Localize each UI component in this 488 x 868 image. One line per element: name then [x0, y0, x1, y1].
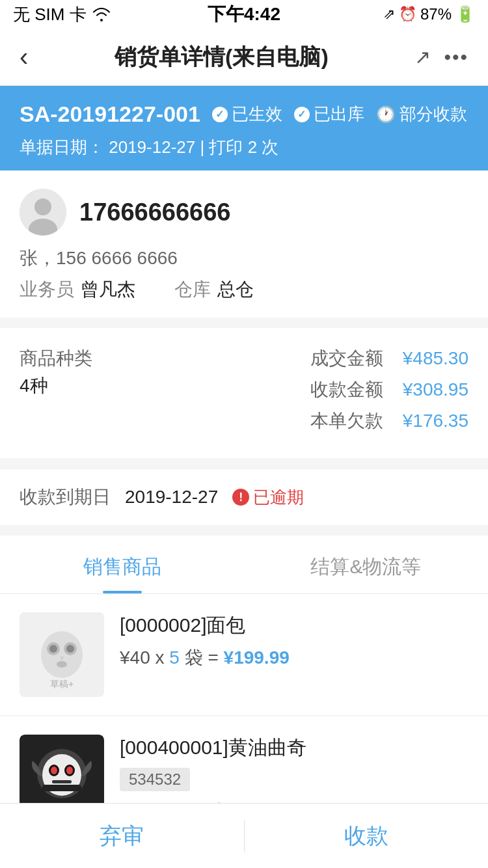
warehouse-item: 仓库 总仓	[174, 277, 254, 302]
alarm-icon: ⏰	[399, 6, 416, 23]
order-date-row: 单据日期： 2019-12-27 | 打印 2 次	[20, 136, 468, 159]
product-placeholder-icon: 草稿+	[20, 612, 104, 697]
tab-products[interactable]: 销售商品	[0, 536, 244, 593]
product-name-2: [000400001]黄油曲奇	[120, 735, 468, 761]
received-row: 收款金额 ¥308.95	[310, 377, 468, 402]
svg-text:草稿+: 草稿+	[50, 679, 74, 689]
customer-top: 17666666666	[20, 189, 468, 236]
back-button[interactable]: ‹	[20, 42, 28, 72]
status-effective: ✓ 已生效	[212, 103, 282, 126]
status-label-1: 已生效	[232, 103, 282, 126]
tab-section: 销售商品 结算&物流等	[0, 536, 488, 594]
deal-amount-value: ¥485.30	[403, 348, 468, 369]
summary-left: 商品种类 4种	[20, 346, 92, 398]
customer-contact: 张，156 6666 6666	[20, 246, 468, 271]
print-separator: | 打印	[200, 137, 247, 157]
summary-section: 商品种类 4种 成交金额 ¥485.30 收款金额 ¥308.95 本单欠款 ¥…	[0, 328, 488, 458]
types-label: 商品种类	[20, 346, 92, 371]
svg-rect-20	[42, 785, 81, 791]
battery-icon: 🔋	[455, 5, 475, 23]
status-partial: 🕐 部分收款	[376, 103, 467, 126]
due-label: 收款到期日	[20, 485, 111, 509]
svg-point-18	[66, 766, 73, 774]
overdue-text: 已逾期	[253, 486, 304, 509]
order-date: 2019-12-27	[109, 137, 195, 157]
types-value: 4种	[20, 373, 92, 398]
svg-point-17	[51, 766, 57, 774]
product-title-2: 黄油曲奇	[228, 737, 306, 758]
wifi-icon	[92, 7, 111, 21]
svg-point-8	[66, 645, 74, 653]
salesperson-value: 曾凡杰	[81, 277, 135, 302]
product-code-2: [000400001]	[120, 737, 228, 758]
carrier-label: 无 SIM 卡	[13, 3, 87, 26]
nav-left: ‹	[20, 42, 28, 72]
salesperson-item: 业务员 曾凡杰	[20, 277, 135, 302]
status-label-3: 部分收款	[400, 103, 467, 126]
product-card: 草稿+ [0000002]面包 ¥40 x 5 袋 = ¥199.99	[0, 594, 488, 715]
status-shipped: ✓ 已出库	[294, 103, 364, 126]
status-right: ⇗ ⏰ 87% 🔋	[383, 5, 475, 23]
product-name-1: [0000002]面包	[120, 612, 468, 639]
print-count: 2	[248, 137, 257, 157]
svg-point-9	[57, 661, 67, 668]
clock-icon: 🕐	[376, 105, 396, 124]
owed-value: ¥176.35	[403, 411, 468, 431]
status-time: 下午4:42	[208, 2, 280, 27]
owed-row: 本单欠款 ¥176.35	[310, 409, 468, 433]
total-1: ¥199.99	[224, 647, 290, 668]
qty-1: 5	[169, 647, 180, 668]
equals-1: =	[208, 647, 223, 668]
summary-right: 成交金额 ¥485.30 收款金额 ¥308.95 本单欠款 ¥176.35	[310, 346, 468, 440]
print-unit: 次	[262, 137, 278, 157]
unit-price-1: ¥40	[120, 647, 150, 668]
owed-label: 本单欠款	[310, 409, 383, 433]
customer-id: 17666666666	[79, 198, 230, 226]
status-left: 无 SIM 卡	[13, 3, 111, 26]
svg-point-4	[41, 631, 83, 678]
share-icon[interactable]: ↗	[414, 46, 431, 68]
battery-percent: 87%	[420, 5, 452, 23]
product-price-row-1: ¥40 x 5 袋 = ¥199.99	[120, 645, 468, 670]
location-icon: ⇗	[383, 6, 395, 23]
check-icon-2: ✓	[294, 107, 310, 122]
svg-rect-19	[52, 780, 72, 783]
customer-meta: 业务员 曾凡杰 仓库 总仓	[20, 277, 468, 302]
status-bar: 无 SIM 卡 下午4:42 ⇗ ⏰ 87% 🔋	[0, 0, 488, 29]
due-section: 收款到期日 2019-12-27 ! 已逾期	[0, 468, 488, 525]
due-date-value: 2019-12-27	[125, 487, 218, 508]
warehouse-value: 总仓	[217, 277, 254, 302]
more-icon[interactable]: •••	[444, 46, 468, 68]
confirm-button[interactable]: 收款	[245, 808, 489, 864]
order-banner: SA-20191227-001 ✓ 已生效 ✓ 已出库 🕐 部分收款 单据日期：…	[0, 86, 488, 170]
svg-point-7	[49, 645, 57, 653]
unit-1: 袋	[185, 647, 203, 668]
order-id-row: SA-20191227-001 ✓ 已生效 ✓ 已出库 🕐 部分收款	[20, 102, 468, 127]
tab-products-label: 销售商品	[83, 556, 161, 577]
nav-right: ↗ •••	[414, 46, 468, 68]
check-icon-1: ✓	[212, 107, 228, 122]
tab-settlement[interactable]: 结算&物流等	[244, 536, 488, 593]
date-label: 单据日期：	[20, 137, 104, 157]
product-title-1: 面包	[206, 614, 245, 636]
overdue-badge: ! 已逾期	[232, 486, 304, 509]
salesperson-label: 业务员	[20, 277, 74, 302]
product-image-1: 草稿+	[20, 612, 104, 697]
nav-bar: ‹ 销货单详情(来自电脑) ↗ •••	[0, 29, 488, 86]
deal-amount-label: 成交金额	[310, 346, 383, 371]
product-code-1: [0000002]	[120, 614, 206, 636]
svg-point-1	[34, 198, 51, 215]
bottom-bar: 弃审 收款	[0, 803, 488, 868]
warehouse-label: 仓库	[174, 277, 211, 302]
customer-section: 17666666666 张，156 6666 6666 业务员 曾凡杰 仓库 总…	[0, 170, 488, 318]
status-label-2: 已出库	[314, 103, 364, 126]
overdue-icon: !	[232, 489, 249, 506]
multiply-1: x	[156, 647, 170, 668]
avatar	[20, 189, 66, 236]
received-value: ¥308.95	[403, 379, 468, 400]
order-id: SA-20191227-001	[20, 102, 200, 127]
product-tag-2: 534532	[120, 768, 190, 791]
product-info-1: [0000002]面包 ¥40 x 5 袋 = ¥199.99	[120, 612, 468, 670]
cancel-button[interactable]: 弃审	[0, 808, 244, 864]
page-title: 销货单详情(来自电脑)	[115, 42, 329, 72]
